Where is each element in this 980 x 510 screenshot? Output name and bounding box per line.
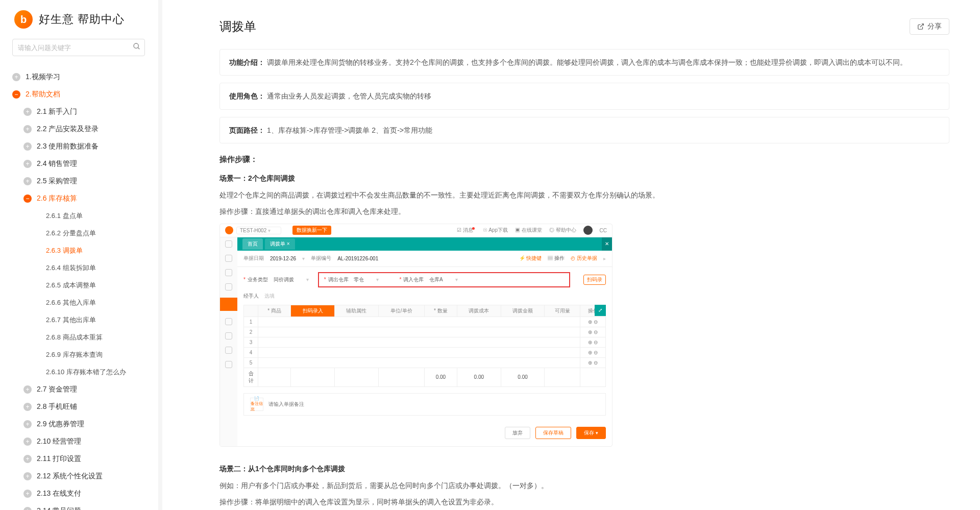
video-link: ▣ 在线课堂 bbox=[515, 227, 542, 234]
th-aux: 辅助属性 bbox=[334, 305, 378, 317]
nav-item-2-9[interactable]: +2.9 优惠券管理 bbox=[23, 416, 158, 433]
nav-label: 2.2 产品安装及登录 bbox=[37, 125, 99, 134]
nav-leaf-2-6-4[interactable]: 2.6.4 组装拆卸单 bbox=[46, 259, 158, 277]
brand: b 好生意 帮助中心 bbox=[12, 10, 158, 29]
plus-icon: + bbox=[23, 177, 32, 185]
nav-item-docs[interactable]: −2.帮助文档 bbox=[12, 86, 158, 103]
remark-row: 📄备注信息 bbox=[243, 393, 606, 416]
th-import: 扫码录入 bbox=[291, 305, 335, 317]
erp-sidebar bbox=[220, 237, 237, 446]
nav-label: 2.9 优惠券管理 bbox=[37, 420, 84, 429]
operate-link: ▤ 操作 bbox=[548, 255, 565, 262]
nav-leaf-2-6-7[interactable]: 2.6.7 其他出库单 bbox=[46, 311, 158, 329]
nav-label: 2.帮助文档 bbox=[26, 90, 60, 99]
plus-icon: + bbox=[12, 73, 20, 81]
sidebar-divider bbox=[158, 0, 162, 510]
username: CC bbox=[600, 228, 607, 233]
scene2-p2: 操作步骤：将单据明细中的调入仓库设置为显示，同时将单据头的调入仓设置为非必录。 bbox=[219, 495, 949, 509]
steps-heading: 操作步骤： bbox=[219, 155, 949, 164]
nav-leaf-2-6-10[interactable]: 2.6.10 库存账本错了怎么办 bbox=[46, 363, 158, 381]
intro-text: 调拨单用来处理仓库间货物的转移业务。支持2个仓库间的调拨，也支持多个仓库间的调拨… bbox=[267, 58, 907, 66]
side-icon bbox=[225, 332, 232, 339]
nav-item-2-6[interactable]: −2.6 库存核算 bbox=[23, 190, 158, 207]
role-text: 通常由业务人员发起调拨，仓管人员完成实物的转移 bbox=[267, 92, 431, 100]
scene2-title: 场景二：从1个仓库同时向多个仓库调拨 bbox=[219, 462, 949, 476]
plus-icon: + bbox=[23, 108, 32, 116]
app-link: ☉ App下载 bbox=[483, 227, 508, 234]
nav-label: 2.11 打印设置 bbox=[37, 454, 81, 464]
search-icon[interactable] bbox=[133, 42, 141, 52]
nav-label: 2.3 使用前数据准备 bbox=[37, 142, 99, 151]
help-link: ◎ 帮助中心 bbox=[549, 227, 576, 234]
sidebar: b 好生意 帮助中心 +1.视频学习 −2.帮助文档 +2.1 新手入门 +2.… bbox=[0, 0, 158, 510]
intro-box: 功能介绍：调拨单用来处理仓库间货物的转移业务。支持2个仓库间的调拨，也支持多个仓… bbox=[219, 49, 949, 76]
detail-table: * 商品 扫码录入 辅助属性 单位/单价 * 数量 调拨成本 调拨金额 可用量 … bbox=[243, 305, 606, 387]
remark-icon: 📄备注信息 bbox=[250, 398, 263, 411]
expand-icon: ⤢ bbox=[595, 305, 606, 316]
search-box bbox=[12, 39, 145, 56]
operator-field: 经手人 选填 bbox=[243, 293, 275, 300]
nav-item-2-4[interactable]: +2.4 销售管理 bbox=[23, 155, 158, 173]
nav-item-2-5[interactable]: +2.5 采购管理 bbox=[23, 173, 158, 190]
nav-item-2-10[interactable]: +2.10 经营管理 bbox=[23, 433, 158, 450]
refresh-button: 数据换新一下 bbox=[292, 226, 331, 235]
plus-icon: + bbox=[23, 403, 32, 411]
path-text: 1、库存核算->库存管理->调拨单 2、首页->常用功能 bbox=[267, 126, 432, 134]
nav-leaf-2-6-2[interactable]: 2.6.2 分量盘点单 bbox=[46, 225, 158, 242]
svg-line-1 bbox=[138, 47, 139, 49]
plus-icon: + bbox=[23, 438, 32, 446]
nav-label: 2.10 经营管理 bbox=[37, 437, 81, 446]
side-icon bbox=[225, 283, 232, 290]
nav-label: 2.8 手机旺铺 bbox=[37, 402, 77, 411]
side-icon bbox=[225, 255, 232, 262]
nav-leaf-2-6-1[interactable]: 2.6.1 盘点单 bbox=[46, 207, 158, 225]
scene1-title: 场景一：2个仓库间调拨 bbox=[219, 172, 949, 185]
nav-leaf-2-6-8[interactable]: 2.6.8 商品成本重算 bbox=[46, 329, 158, 346]
nav-label: 2.4 销售管理 bbox=[37, 159, 77, 168]
intro-label: 功能介绍： bbox=[229, 58, 265, 66]
nav-item-2-8[interactable]: +2.8 手机旺铺 bbox=[23, 398, 158, 416]
share-button[interactable]: 分享 bbox=[910, 18, 949, 35]
plus-icon: + bbox=[23, 455, 32, 463]
share-icon bbox=[917, 23, 924, 30]
scene1-p2: 操作步骤：直接通过单据头的调出仓库和调入仓库来处理。 bbox=[219, 205, 949, 218]
nav-item-2-13[interactable]: +2.13 在线支付 bbox=[23, 485, 158, 502]
share-label: 分享 bbox=[927, 22, 942, 31]
main-content: 调拨单 分享 功能介绍：调拨单用来处理仓库间货物的转移业务。支持2个仓库间的调拨… bbox=[158, 0, 980, 510]
date-label: 单据日期 bbox=[243, 255, 264, 262]
nav-item-2-1[interactable]: +2.1 新手入门 bbox=[23, 103, 158, 120]
highlight-box: *调出仓库 零仓▾ *调入仓库 仓库A▾ bbox=[318, 272, 570, 287]
nav-item-2-12[interactable]: +2.12 系统个性化设置 bbox=[23, 468, 158, 485]
nav-item-video[interactable]: +1.视频学习 bbox=[12, 68, 158, 86]
sum-label: 合计 bbox=[244, 368, 258, 386]
nav-label: 2.1 新手入门 bbox=[37, 107, 77, 116]
tab-home: 首页 bbox=[242, 238, 263, 250]
save-button: 保存 bbox=[576, 427, 606, 439]
nav-label: 2.14 常见问题 bbox=[37, 506, 81, 510]
nav-label: 2.12 系统个性化设置 bbox=[37, 472, 103, 481]
brand-title: 好生意 帮助中心 bbox=[39, 12, 125, 27]
nav-item-2-3[interactable]: +2.3 使用前数据准备 bbox=[23, 138, 158, 155]
nav-item-2-2[interactable]: +2.2 产品安装及登录 bbox=[23, 120, 158, 138]
nav-label: 2.13 在线支付 bbox=[37, 489, 81, 498]
remark-input bbox=[268, 401, 599, 407]
nav-label: 2.5 采购管理 bbox=[37, 177, 77, 186]
nav-leaf-2-6-5[interactable]: 2.6.5 成本调整单 bbox=[46, 277, 158, 294]
nav-leaf-2-6-9[interactable]: 2.6.9 库存账本查询 bbox=[46, 346, 158, 363]
plus-icon: + bbox=[23, 385, 32, 394]
nav-leaf-2-6-6[interactable]: 2.6.6 其他入库单 bbox=[46, 294, 158, 311]
biz-field: *业务类型 同价调拨▾ bbox=[243, 276, 309, 283]
search-input[interactable] bbox=[12, 39, 145, 56]
nav-item-2-14[interactable]: +2.14 常见问题 bbox=[23, 502, 158, 510]
nav-leaf-2-6-3[interactable]: 2.6.3 调拨单 bbox=[46, 242, 158, 259]
side-icon-active bbox=[220, 298, 237, 311]
nav-item-2-7[interactable]: +2.7 资金管理 bbox=[23, 381, 158, 398]
nav-item-2-11[interactable]: +2.11 打印设置 bbox=[23, 450, 158, 468]
tab-doc: 调拨单 × bbox=[265, 238, 295, 250]
erp-logo-icon bbox=[225, 226, 233, 234]
th-cost: 调拨成本 bbox=[457, 305, 501, 317]
svg-point-0 bbox=[134, 43, 138, 48]
side-icon bbox=[225, 347, 232, 354]
page-title: 调拨单 bbox=[219, 18, 256, 35]
erp-tabs: 首页 调拨单 × ✕ bbox=[237, 237, 612, 251]
